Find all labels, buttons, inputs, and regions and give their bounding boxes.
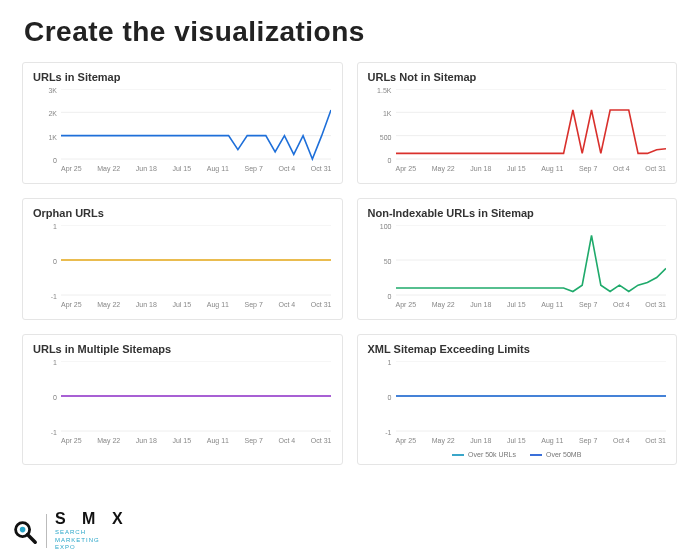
page-title: Create the visualizations bbox=[24, 16, 677, 48]
x-axis-labels: Apr 25May 22Jun 18Jul 15Aug 11Sep 7Oct 4… bbox=[396, 301, 667, 313]
chart-title: URLs in Multiple Sitemaps bbox=[33, 343, 332, 355]
chart-title: URLs in Sitemap bbox=[33, 71, 332, 83]
y-axis-labels: 050100 bbox=[368, 227, 392, 295]
svg-point-22 bbox=[20, 527, 26, 533]
chart-grid: URLs in Sitemap01K2K3KApr 25May 22Jun 18… bbox=[22, 62, 677, 465]
x-axis-labels: Apr 25May 22Jun 18Jul 15Aug 11Sep 7Oct 4… bbox=[61, 165, 332, 177]
chart-card-urls-in-sitemap: URLs in Sitemap01K2K3KApr 25May 22Jun 18… bbox=[22, 62, 343, 184]
chart-area: -101Apr 25May 22Jun 18Jul 15Aug 11Sep 7O… bbox=[33, 225, 332, 313]
brand-subtitle: SEARCH MARKETING EXPO bbox=[55, 529, 129, 551]
chart-svg bbox=[61, 361, 331, 433]
series-line bbox=[396, 236, 666, 292]
chart-area: 01K2K3KApr 25May 22Jun 18Jul 15Aug 11Sep… bbox=[33, 89, 332, 177]
chart-svg bbox=[396, 225, 666, 297]
chart-area: 05001K1.5KApr 25May 22Jun 18Jul 15Aug 11… bbox=[368, 89, 667, 177]
chart-svg bbox=[61, 225, 331, 297]
chart-card-multiple-sitemaps: URLs in Multiple Sitemaps-101Apr 25May 2… bbox=[22, 334, 343, 465]
legend-label: Over 50k URLs bbox=[468, 451, 516, 458]
legend-item: Over 50k URLs bbox=[452, 451, 516, 458]
brand-divider bbox=[46, 514, 47, 548]
y-axis-labels: 05001K1.5K bbox=[368, 91, 392, 159]
x-axis-labels: Apr 25May 22Jun 18Jul 15Aug 11Sep 7Oct 4… bbox=[61, 301, 332, 313]
series-line bbox=[396, 110, 666, 153]
x-axis-labels: Apr 25May 22Jun 18Jul 15Aug 11Sep 7Oct 4… bbox=[396, 165, 667, 177]
chart-title: XML Sitemap Exceeding Limits bbox=[368, 343, 667, 355]
chart-area: -101Apr 25May 22Jun 18Jul 15Aug 11Sep 7O… bbox=[33, 361, 332, 449]
chart-card-non-indexable: Non-Indexable URLs in Sitemap050100Apr 2… bbox=[357, 198, 678, 320]
legend-swatch bbox=[452, 454, 464, 456]
chart-title: Orphan URLs bbox=[33, 207, 332, 219]
chart-svg bbox=[396, 89, 666, 161]
x-axis-labels: Apr 25May 22Jun 18Jul 15Aug 11Sep 7Oct 4… bbox=[396, 437, 667, 449]
chart-card-exceeding-limits: XML Sitemap Exceeding Limits-101Apr 25Ma… bbox=[357, 334, 678, 465]
chart-area: -101Apr 25May 22Jun 18Jul 15Aug 11Sep 7O… bbox=[368, 361, 667, 449]
chart-card-orphan-urls: Orphan URLs-101Apr 25May 22Jun 18Jul 15A… bbox=[22, 198, 343, 320]
chart-legend: Over 50k URLsOver 50MB bbox=[368, 451, 667, 458]
chart-card-urls-not-in-sitemap: URLs Not in Sitemap05001K1.5KApr 25May 2… bbox=[357, 62, 678, 184]
legend-swatch bbox=[530, 454, 542, 456]
chart-title: Non-Indexable URLs in Sitemap bbox=[368, 207, 667, 219]
y-axis-labels: 01K2K3K bbox=[33, 91, 57, 159]
chart-svg bbox=[396, 361, 666, 433]
y-axis-labels: -101 bbox=[33, 363, 57, 431]
x-axis-labels: Apr 25May 22Jun 18Jul 15Aug 11Sep 7Oct 4… bbox=[61, 437, 332, 449]
brand-letters: S M X bbox=[55, 511, 129, 527]
chart-title: URLs Not in Sitemap bbox=[368, 71, 667, 83]
chart-area: 050100Apr 25May 22Jun 18Jul 15Aug 11Sep … bbox=[368, 225, 667, 313]
magnifying-glass-icon bbox=[10, 517, 38, 545]
legend-label: Over 50MB bbox=[546, 451, 581, 458]
chart-svg bbox=[61, 89, 331, 161]
legend-item: Over 50MB bbox=[530, 451, 581, 458]
series-line bbox=[61, 110, 331, 159]
y-axis-labels: -101 bbox=[33, 227, 57, 295]
footer-brand: S M X SEARCH MARKETING EXPO bbox=[10, 511, 129, 551]
svg-line-21 bbox=[28, 535, 36, 543]
y-axis-labels: -101 bbox=[368, 363, 392, 431]
